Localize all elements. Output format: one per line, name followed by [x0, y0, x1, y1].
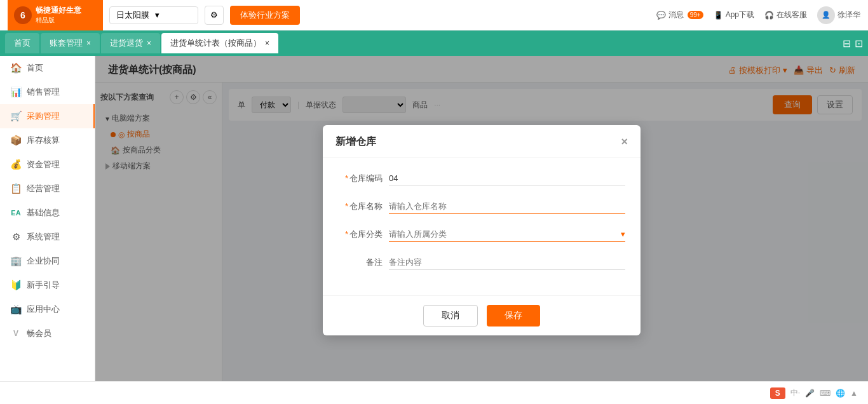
gear-button[interactable]: ⚙ — [205, 6, 224, 25]
purchase-icon: 🛒 — [10, 111, 22, 122]
store-selector[interactable]: 日太阳膜 ▾ — [109, 6, 198, 24]
online-service-group[interactable]: 🎧 在线客服 — [764, 10, 807, 20]
form-row-remark: 备注 — [338, 255, 625, 270]
messages-badge: 99+ — [688, 11, 703, 19]
sidebar-item-inventory[interactable]: 📦 库存核算 — [0, 128, 95, 152]
sidebar-inventory-label: 库存核算 — [27, 135, 60, 146]
mic-icon[interactable]: 🎤 — [805, 389, 815, 398]
form-row-name: *仓库名称 — [338, 199, 625, 214]
sales-icon: 📊 — [10, 86, 22, 98]
language-icon[interactable]: 🌐 — [836, 389, 845, 398]
system-icon: ⚙ — [10, 231, 22, 243]
category-select-row: ▾ — [389, 227, 625, 242]
modal-body: *仓库编码 *仓库名称 *仓库分类 — [323, 158, 641, 295]
sidebar-item-home[interactable]: 🏠 首页 — [0, 56, 95, 80]
content-area: 进货单统计(按商品) 🖨 按模板打印 ▾ 📥 导出 ↻ 刷新 — [95, 56, 868, 404]
modal-footer: 取消 保存 — [323, 295, 641, 335]
apps-icon: 📺 — [10, 304, 22, 315]
inventory-icon: 📦 — [10, 135, 22, 146]
keyboard-icon[interactable]: ⌨ — [820, 389, 831, 398]
tab-accounts-label: 账套管理 — [50, 37, 83, 49]
sidebar-enterprise-label: 企业协同 — [27, 255, 60, 267]
sidebar-guide-label: 新手引导 — [27, 279, 60, 291]
tab-accounts-close[interactable]: × — [86, 39, 91, 48]
home-icon: 🏠 — [10, 62, 22, 74]
tab-purchase-stats-close[interactable]: × — [265, 39, 269, 48]
status-chevron[interactable]: ▲ — [850, 389, 858, 398]
s-logo: S — [770, 387, 785, 399]
message-icon: 💬 — [656, 11, 666, 20]
person-icon: 👤 — [822, 11, 831, 19]
sidebar-home-label: 首页 — [27, 62, 43, 74]
category-input[interactable] — [389, 229, 621, 239]
tab-purchase-return-label: 进货退货 — [110, 37, 143, 49]
tab-purchase-stats[interactable]: 进货单统计表（按商品） × — [161, 33, 278, 53]
vip-icon: V — [10, 328, 22, 339]
modal-new-warehouse: 新增仓库 × *仓库编码 *仓库名称 — [323, 125, 641, 335]
sidebar-item-basic-info[interactable]: EA 基础信息 — [0, 201, 95, 225]
enterprise-icon: 🏢 — [10, 255, 22, 267]
header-right: 💬 消息 99+ 📱 App下载 🎧 在线客服 👤 徐泽华 — [656, 6, 860, 24]
tab-purchase-stats-label: 进货单统计表（按商品） — [170, 37, 261, 49]
s-logo-group: S — [770, 387, 785, 399]
chevron-down-icon: ▾ — [155, 10, 191, 20]
sidebar-item-operations[interactable]: 📋 经营管理 — [0, 177, 95, 201]
phone-icon: 📱 — [714, 11, 723, 20]
tab-purchase-return[interactable]: 进货退货 × — [101, 33, 160, 53]
remark-input[interactable] — [389, 255, 625, 270]
sidebar-vip-label: 畅会员 — [27, 328, 51, 339]
required-star-code: * — [345, 173, 348, 183]
top-header: 6 畅捷通好生意 精品版 日太阳膜 ▾ ⚙ 体验行业方案 💬 消息 99+ 📱 … — [0, 0, 868, 30]
sidebar-scroll: 🏠 首页 📊 销售管理 🛒 采购管理 📦 库存核算 💰 资金管理 📋 经 — [0, 56, 95, 382]
tab-home[interactable]: 首页 — [5, 33, 39, 53]
sidebar-operations-label: 经营管理 — [27, 183, 60, 194]
cancel-button[interactable]: 取消 — [423, 305, 478, 327]
sidebar-item-purchase[interactable]: 🛒 采购管理 — [0, 104, 95, 128]
user-group[interactable]: 👤 徐泽华 — [817, 6, 860, 24]
sidebar-purchase-label: 采购管理 — [27, 111, 60, 122]
name-label: *仓库名称 — [338, 201, 383, 212]
trial-button[interactable]: 体验行业方案 — [230, 6, 300, 25]
modal-close-button[interactable]: × — [621, 135, 628, 149]
minimize-icon[interactable]: ⊟ — [843, 37, 851, 50]
sidebar-item-apps[interactable]: 📺 应用中心 — [0, 297, 95, 321]
sidebar-basic-info-label: 基础信息 — [27, 207, 60, 219]
required-star-category: * — [345, 229, 348, 239]
sidebar-item-finance[interactable]: 💰 资金管理 — [0, 152, 95, 177]
code-input[interactable] — [389, 171, 625, 186]
tab-bar-controls: ⊟ ⊡ — [843, 37, 863, 50]
logo-area: 6 畅捷通好生意 精品版 — [8, 0, 103, 30]
sidebar-apps-label: 应用中心 — [27, 304, 60, 315]
modal-overlay: 新增仓库 × *仓库编码 *仓库名称 — [95, 56, 868, 404]
app-download-group[interactable]: 📱 App下载 — [714, 10, 754, 20]
form-row-code: *仓库编码 — [338, 171, 625, 186]
messages-group[interactable]: 💬 消息 99+ — [656, 10, 703, 20]
basic-info-icon: EA — [10, 207, 22, 219]
sidebar-sales-label: 销售管理 — [27, 86, 60, 98]
sidebar-finance-label: 资金管理 — [27, 159, 60, 170]
sidebar-item-system[interactable]: ⚙ 系统管理 — [0, 225, 95, 249]
tab-bar: 首页 账套管理 × 进货退货 × 进货单统计表（按商品） × ⊟ ⊡ — [0, 30, 868, 56]
tab-purchase-return-close[interactable]: × — [147, 39, 151, 48]
headset-icon: 🎧 — [764, 11, 774, 20]
sidebar-item-guide[interactable]: 🔰 新手引导 — [0, 273, 95, 297]
form-row-category: *仓库分类 ▾ — [338, 227, 625, 242]
operations-icon: 📋 — [10, 183, 22, 194]
status-bar: S 中· 🎤 ⌨ 🌐 ▲ — [0, 381, 868, 404]
tab-accounts[interactable]: 账套管理 × — [41, 33, 100, 53]
category-chevron[interactable]: ▾ — [621, 229, 625, 239]
remark-label: 备注 — [338, 257, 383, 268]
main-layout: 🏠 首页 📊 销售管理 🛒 采购管理 📦 库存核算 💰 资金管理 📋 经 — [0, 56, 868, 404]
sidebar-item-sales[interactable]: 📊 销售管理 — [0, 80, 95, 104]
required-star-name: * — [345, 201, 348, 211]
name-input[interactable] — [389, 199, 625, 214]
gear-icon: ⚙ — [210, 10, 218, 20]
status-cn-label: 中· — [790, 387, 800, 398]
logo-text: 畅捷通好生意 精品版 — [36, 5, 81, 25]
code-label: *仓库编码 — [338, 173, 383, 184]
maximize-icon[interactable]: ⊡ — [855, 37, 863, 50]
sidebar-item-enterprise[interactable]: 🏢 企业协同 — [0, 249, 95, 273]
sidebar-item-vip[interactable]: V 畅会员 — [0, 321, 95, 346]
tab-home-label: 首页 — [14, 37, 31, 49]
save-button[interactable]: 保存 — [487, 305, 540, 327]
